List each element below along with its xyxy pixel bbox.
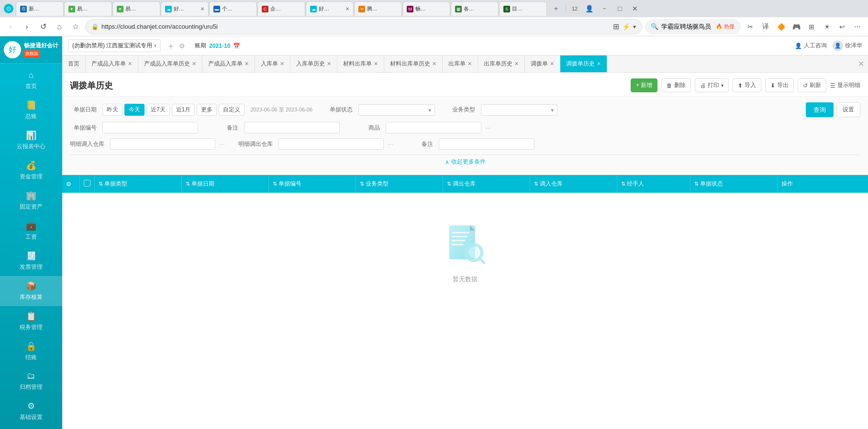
page-tab-in-hist[interactable]: 入库单历史 ✕ (290, 55, 337, 73)
page-tab-mat-out-hist[interactable]: 材料出库单历史 ✕ (384, 55, 443, 73)
company-settings-icon[interactable]: ⚙ (179, 42, 185, 50)
game-icon[interactable]: 🎮 (790, 20, 803, 33)
browser-tab-11[interactable]: S 目… (499, 1, 547, 16)
new-btn[interactable]: + 新增 (631, 78, 657, 92)
filter-settings-btn[interactable]: 设置 (836, 102, 860, 117)
address-grid-btn[interactable]: ⊞ (613, 22, 619, 31)
page-tab-home[interactable]: 首页 (62, 55, 86, 73)
th-doc-no[interactable]: 单据编号 (268, 175, 356, 193)
biztype-select[interactable] (481, 104, 557, 116)
close-all-icon[interactable]: ✕ (858, 59, 864, 68)
collapse-btn[interactable]: ∧ 收起更多条件 (70, 154, 860, 169)
search-bar[interactable]: 🔍 学霸应聘场驱鸟员 🔥 热搜 (645, 19, 741, 34)
date-btn-1month[interactable]: 近1月 (172, 104, 195, 116)
page-tab-transfer-hist[interactable]: 调拨单历史 ✕ (560, 55, 607, 73)
undo-icon[interactable]: ↩ (835, 20, 849, 33)
in-warehouse-input[interactable] (110, 138, 215, 150)
import-btn[interactable]: ⬆ 导入 (733, 78, 761, 92)
close-browser-btn[interactable]: ✕ (628, 2, 642, 15)
th-out-warehouse[interactable]: 调出仓库 (443, 175, 530, 193)
remark2-input[interactable] (439, 138, 534, 150)
sidebar-item-inventory[interactable]: 📦 库存核算 (0, 276, 62, 306)
date-btn-7days[interactable]: 近7天 (146, 104, 170, 116)
sidebar-item-tax[interactable]: 📋 税务管理 (0, 306, 62, 336)
sidebar-item-report[interactable]: 📊 云报表中心 (0, 125, 62, 155)
profile-btn[interactable]: 👤 (582, 2, 596, 15)
reload-btn[interactable]: ↺ (36, 20, 50, 33)
page-tab-close-product-in[interactable]: ✕ (128, 61, 132, 67)
page-tab-product-in2[interactable]: 产成品入库单 ✕ (202, 55, 255, 73)
browser-tab-4[interactable]: ☁ 好… ✕ (161, 1, 209, 16)
page-tab-close-product-in2[interactable]: ✕ (245, 61, 249, 67)
page-tab-close-out-hist[interactable]: ✕ (514, 61, 519, 67)
calendar-icon[interactable]: 📅 (233, 43, 240, 49)
add-company-btn[interactable]: ＋ (167, 40, 175, 52)
out-warehouse-input[interactable] (278, 138, 384, 150)
sidebar-item-invoice[interactable]: 🧾 发票管理 (0, 246, 62, 276)
back-btn[interactable]: ‹ (4, 20, 17, 33)
sidebar-item-settings[interactable]: ⚙ 基础设置 (0, 396, 62, 426)
address-expand[interactable]: ▾ (633, 23, 636, 30)
page-tab-close-mat-out[interactable]: ✕ (374, 61, 378, 67)
th-biz-type[interactable]: 业务类型 (356, 175, 443, 193)
sidebar-item-guide[interactable]: 📖 新手引导 (0, 426, 62, 429)
status-select[interactable] (358, 104, 435, 116)
date-btn-more[interactable]: 更多 (197, 104, 217, 116)
grid-icon[interactable]: ⊞ (805, 20, 818, 33)
date-btn-custom[interactable]: 自定义 (219, 104, 245, 116)
page-tab-product-in[interactable]: 产成品入库单 ✕ (86, 55, 138, 73)
th-handler[interactable]: 经手人 (617, 175, 690, 193)
tab-close-7[interactable]: ✕ (345, 6, 349, 11)
more-icon[interactable]: ⋯ (851, 20, 864, 33)
star-btn[interactable]: ☆ (69, 20, 82, 33)
sidebar-item-fund[interactable]: 💰 资金管理 (0, 155, 62, 186)
sidebar-item-salary[interactable]: 💼 工资 (0, 216, 62, 246)
show-columns-btn[interactable]: ☰ 显示明细 (830, 81, 860, 89)
page-tab-product-in-hist[interactable]: 产成品入库单历史 ✕ (138, 55, 202, 73)
page-tab-in[interactable]: 入库单 ✕ (255, 55, 290, 73)
page-tab-close-mat-out-hist[interactable]: ✕ (432, 61, 436, 67)
page-tab-close-product-in-hist[interactable]: ✕ (192, 61, 196, 67)
th-doc-status[interactable]: 单据状态 (690, 175, 778, 193)
th-in-warehouse[interactable]: 调入仓库 (530, 175, 617, 193)
th-doc-date[interactable]: 单据日期 (181, 175, 268, 193)
browser-tab-8[interactable]: 🐎 腾… (354, 1, 402, 16)
theme-icon[interactable]: ☀ (820, 20, 834, 33)
out-warehouse-dots[interactable]: ··· (388, 140, 393, 148)
export-btn[interactable]: ⬇ 导出 (765, 78, 794, 92)
company-selector[interactable]: (勿删勿禁用) 江西服宝测试专用 ▾ (68, 39, 161, 52)
in-warehouse-dots[interactable]: ··· (219, 140, 225, 148)
forward-btn[interactable]: › (20, 20, 33, 33)
page-tab-close-transfer-hist[interactable]: ✕ (597, 61, 601, 67)
query-btn[interactable]: 查询 (806, 102, 834, 117)
page-tab-close-in[interactable]: ✕ (280, 61, 284, 67)
page-tab-transfer[interactable]: 调拨单 ✕ (525, 55, 560, 73)
page-tab-close-in-hist[interactable]: ✕ (327, 61, 331, 67)
minimize-btn[interactable]: － (598, 2, 611, 15)
translate-icon[interactable]: 译 (759, 20, 772, 33)
browser-tab-1[interactable]: 在 新… (16, 1, 64, 16)
sidebar-item-home[interactable]: ⌂ 首页 (0, 66, 62, 95)
page-tab-out[interactable]: 出库单 ✕ (443, 55, 478, 73)
service-btn[interactable]: 👤 人工咨询 (795, 42, 827, 50)
th-doc-type[interactable]: 单据类型 (94, 175, 181, 193)
maximize-btn[interactable]: □ (613, 2, 626, 15)
sidebar-item-asset[interactable]: 🏢 固定资产 (0, 186, 62, 216)
select-all-checkbox[interactable] (84, 180, 90, 187)
print-btn[interactable]: 🖨 打印 ▾ (695, 78, 729, 92)
refresh-btn[interactable]: ↺ 刷新 (798, 78, 826, 92)
date-btn-yesterday[interactable]: 昨天 (102, 104, 122, 116)
page-tab-out-hist[interactable]: 出库单历史 ✕ (478, 55, 525, 73)
goods-dots[interactable]: ··· (485, 124, 491, 132)
page-tab-close-out[interactable]: ✕ (467, 61, 472, 67)
page-tabs-close-all[interactable]: ✕ (854, 59, 868, 68)
user-btn[interactable]: 👤 徐泽华 (833, 41, 862, 51)
delete-btn[interactable]: 🗑 删除 (661, 78, 691, 92)
browser-tab-9[interactable]: M 畅… (402, 1, 450, 16)
th-gear[interactable]: ⚙ (62, 175, 79, 193)
browser-tab-3[interactable]: ✦ 易… (112, 1, 160, 16)
sidebar-item-close[interactable]: 🔒 结账 (0, 336, 62, 366)
home-btn[interactable]: ⌂ (53, 20, 66, 33)
page-tab-mat-out[interactable]: 材料出库单 ✕ (337, 55, 384, 73)
browser-tab-6[interactable]: C 企… (257, 1, 305, 16)
